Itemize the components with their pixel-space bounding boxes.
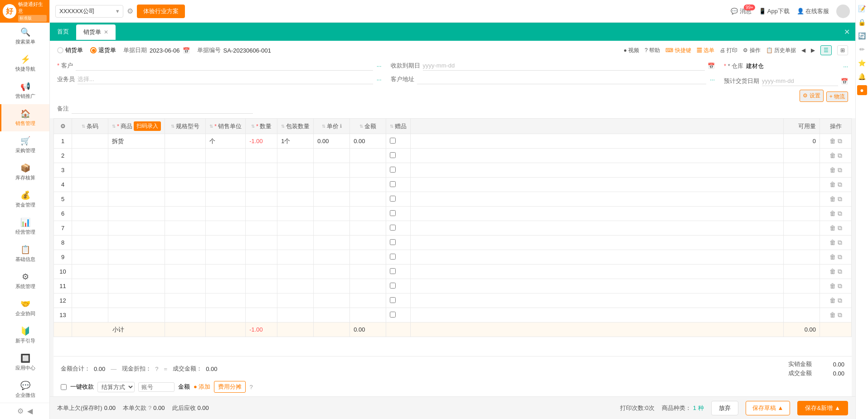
- gift-checkbox-1[interactable]: [390, 138, 396, 144]
- sidebar-item-wechat[interactable]: 💬 企业微信: [0, 376, 49, 403]
- copy-icon[interactable]: ⧉: [838, 311, 842, 319]
- sidebar-item-base[interactable]: 📋 基础信息: [0, 240, 49, 267]
- copy-icon[interactable]: ⧉: [838, 224, 842, 232]
- delete-icon-1[interactable]: 🗑: [829, 137, 836, 145]
- scan-button[interactable]: 扫码录入: [134, 121, 161, 131]
- address-more-icon[interactable]: ···: [710, 76, 715, 83]
- gift-checkbox[interactable]: [390, 210, 396, 216]
- save-new-button[interactable]: 保存&新增 ▲: [797, 401, 848, 415]
- panel-bell-icon[interactable]: 🔔: [857, 72, 867, 82]
- gift-checkbox[interactable]: [390, 254, 396, 260]
- product-sort-icon[interactable]: ⇅: [112, 124, 116, 129]
- sidebar-item-finance[interactable]: 💰 资金管理: [0, 186, 49, 213]
- prev-btn[interactable]: ◀: [801, 47, 805, 53]
- sidebar-item-system[interactable]: ⚙ 系统管理: [0, 267, 49, 294]
- copy-icon-1[interactable]: ⧉: [838, 137, 842, 145]
- sidebar-item-marketing[interactable]: 📢 营销推广: [0, 77, 49, 104]
- row-unit-1[interactable]: 个: [206, 134, 246, 149]
- gift-checkbox[interactable]: [390, 312, 396, 318]
- pkg-sort-icon[interactable]: ⇅: [281, 124, 285, 129]
- payment-help-icon[interactable]: ?: [249, 384, 252, 390]
- copy-icon[interactable]: ⧉: [838, 253, 842, 261]
- gift-sort-icon[interactable]: ⇅: [390, 124, 393, 129]
- grid-view-btn[interactable]: ⊞: [837, 45, 848, 55]
- customer-service-btn[interactable]: 👤 在线客服: [797, 7, 829, 15]
- close-all-tabs-icon[interactable]: ✕: [844, 28, 850, 36]
- delete-icon[interactable]: 🗑: [829, 239, 836, 246]
- sidebar-item-apps[interactable]: 🔲 应用中心: [0, 349, 49, 376]
- copy-icon[interactable]: ⧉: [838, 239, 842, 246]
- salesperson-more-icon[interactable]: ···: [377, 76, 382, 83]
- sidebar-settings-btn[interactable]: ⚙: [17, 407, 24, 415]
- row-price-1[interactable]: 0.00: [314, 134, 350, 149]
- delete-icon[interactable]: 🗑: [829, 224, 836, 232]
- row-gift-1[interactable]: [386, 134, 411, 149]
- gift-checkbox[interactable]: [390, 297, 396, 303]
- qty-sort-icon[interactable]: ⇅: [251, 124, 255, 129]
- discount-help-icon[interactable]: ?: [155, 366, 158, 372]
- row-amount-1[interactable]: 0.00: [350, 134, 386, 149]
- panel-orange-icon[interactable]: ●: [857, 85, 867, 95]
- account-input[interactable]: [138, 382, 175, 392]
- gift-checkbox[interactable]: [390, 239, 396, 245]
- expense-split-button[interactable]: 费用分摊: [214, 381, 246, 393]
- amount-sort-icon[interactable]: ⇅: [359, 124, 363, 129]
- delete-icon[interactable]: 🗑: [829, 166, 836, 174]
- price-info-icon[interactable]: ℹ: [340, 123, 342, 129]
- due-date-calendar-icon[interactable]: 📅: [708, 63, 715, 69]
- sidebar-item-collab[interactable]: 🤝 企业协同: [0, 294, 49, 322]
- help-btn[interactable]: ? 帮助: [645, 47, 660, 54]
- copy-icon[interactable]: ⧉: [838, 152, 842, 159]
- copy-icon[interactable]: ⧉: [838, 195, 842, 203]
- tab-home[interactable]: 首页: [50, 24, 76, 39]
- tab-sales-order[interactable]: 销货单 ✕: [76, 24, 116, 40]
- print-btn[interactable]: 🖨 打印: [720, 47, 737, 54]
- salesperson-input[interactable]: [78, 74, 373, 84]
- history-btn[interactable]: 📋 历史单据: [766, 47, 796, 54]
- due-date-input[interactable]: [423, 61, 705, 71]
- video-btn[interactable]: ● 视频: [624, 47, 640, 54]
- gift-checkbox[interactable]: [390, 196, 396, 202]
- delete-icon[interactable]: 🗑: [829, 297, 836, 304]
- company-selector[interactable]: XXXXXX公司 ▾: [55, 5, 123, 18]
- gift-checkbox[interactable]: [390, 167, 396, 173]
- topbar-settings-icon[interactable]: ⚙: [127, 7, 133, 15]
- user-avatar[interactable]: [836, 5, 850, 18]
- copy-icon[interactable]: ⧉: [838, 181, 842, 188]
- row-barcode-1[interactable]: [72, 134, 108, 149]
- copy-icon[interactable]: ⧉: [838, 282, 842, 290]
- row-spec-1[interactable]: [165, 134, 206, 149]
- radio-sales-order[interactable]: 销货单: [57, 46, 83, 54]
- warehouse-more-icon[interactable]: ···: [843, 63, 848, 70]
- one-click-payment-checkbox[interactable]: [61, 384, 67, 390]
- sort-icon[interactable]: ⇅: [82, 124, 85, 129]
- next-btn[interactable]: ▶: [811, 47, 815, 53]
- expected-date-input[interactable]: [762, 76, 838, 86]
- list-view-btn[interactable]: ☰: [820, 45, 832, 55]
- sidebar-item-sales[interactable]: 🏠 销售管理: [0, 104, 49, 131]
- sidebar-item-search[interactable]: 🔍 搜索菜单: [0, 23, 49, 50]
- gift-checkbox[interactable]: [390, 181, 396, 187]
- add-btn[interactable]: ● 添加: [194, 383, 210, 391]
- expected-date-calendar-icon[interactable]: 📅: [841, 78, 848, 85]
- delete-icon[interactable]: 🗑: [829, 210, 836, 217]
- panel-star-icon[interactable]: ⭐: [857, 58, 867, 68]
- panel-pen-icon[interactable]: ✏: [857, 44, 867, 54]
- customer-more-icon[interactable]: ···: [377, 63, 382, 69]
- delete-icon[interactable]: 🗑: [829, 268, 836, 275]
- delete-icon[interactable]: 🗑: [829, 152, 836, 159]
- select-order-btn[interactable]: ☰ 选单: [697, 47, 714, 54]
- gift-checkbox[interactable]: [390, 152, 396, 158]
- operations-btn[interactable]: ⚙ 操作: [743, 47, 760, 54]
- message-btn[interactable]: 💬 消息 99+: [731, 7, 752, 15]
- abandon-button[interactable]: 放弃: [711, 401, 738, 415]
- customer-input[interactable]: [76, 61, 373, 71]
- radio-return-order[interactable]: 退货单: [90, 46, 116, 54]
- panel-refresh-icon[interactable]: 🔄: [857, 31, 867, 41]
- price-sort-icon[interactable]: ⇅: [322, 124, 325, 129]
- app-download-btn[interactable]: 📱 App下载: [759, 7, 790, 15]
- delete-icon[interactable]: 🗑: [829, 282, 836, 290]
- gift-checkbox[interactable]: [390, 268, 396, 274]
- logistics-button[interactable]: + 物流: [826, 92, 848, 102]
- row-memo-1[interactable]: [411, 134, 784, 149]
